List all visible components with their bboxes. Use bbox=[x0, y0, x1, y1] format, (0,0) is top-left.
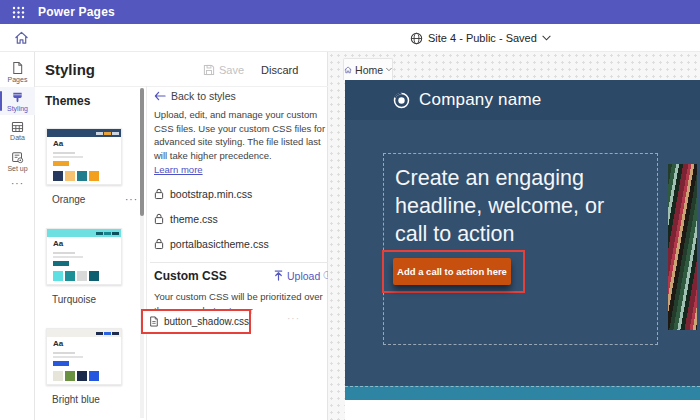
sidebar-item-data[interactable]: Data bbox=[0, 117, 35, 145]
discard-button[interactable]: Discard bbox=[261, 60, 298, 80]
theme-more-button[interactable]: ··· bbox=[125, 194, 138, 205]
theme-thumb-chip bbox=[104, 332, 111, 335]
chevron-down-icon bbox=[386, 67, 392, 72]
chevron-down-icon bbox=[542, 35, 551, 41]
site-brand[interactable]: Company name bbox=[393, 90, 541, 110]
theme-thumb-chip bbox=[104, 132, 111, 135]
hero-pencils-image bbox=[668, 164, 697, 330]
palette-swatch bbox=[53, 271, 63, 281]
data-table-icon bbox=[11, 121, 24, 133]
panel-title: Styling bbox=[45, 61, 95, 78]
back-to-styles-link[interactable]: Back to styles bbox=[154, 90, 236, 102]
themes-section-title: Themes bbox=[45, 94, 90, 108]
site-selector[interactable]: Site 4 - Public - Saved bbox=[410, 24, 551, 52]
theme-card-turquoise[interactable]: Aa bbox=[46, 228, 122, 285]
sidebar-item-setup[interactable]: Set up bbox=[0, 147, 35, 175]
theme-thumb-topbar bbox=[47, 229, 121, 237]
back-link-label: Back to styles bbox=[171, 90, 236, 102]
page-tab-label: Home bbox=[355, 64, 383, 76]
theme-sample-text: Aa bbox=[53, 339, 63, 348]
palette-swatch bbox=[65, 371, 75, 381]
theme-sample-text: Aa bbox=[53, 239, 63, 248]
theme-thumb-chip bbox=[96, 232, 103, 235]
sidebar-item-styling[interactable]: Styling bbox=[0, 87, 35, 115]
theme-card-orange[interactable]: Aa bbox=[46, 128, 122, 185]
learn-more-link[interactable]: Learn more bbox=[154, 164, 203, 175]
site-preview: Company name Create an engaging headline… bbox=[345, 80, 700, 420]
save-icon bbox=[203, 64, 215, 76]
home-button[interactable] bbox=[11, 29, 31, 47]
sub-header-bar: Site 4 - Public - Saved bbox=[0, 24, 700, 52]
theme-thumb-button bbox=[53, 161, 69, 166]
styling-panel: Styling Save Discard Themes Aa bbox=[35, 52, 328, 420]
sidebar-more-button[interactable]: ··· bbox=[0, 178, 35, 189]
custom-css-title: Custom CSS bbox=[154, 269, 227, 283]
discard-button-label: Discard bbox=[261, 64, 298, 76]
custom-css-divider bbox=[150, 262, 328, 263]
save-button[interactable]: Save bbox=[203, 60, 244, 80]
palette-swatch bbox=[65, 171, 75, 181]
palette-swatch bbox=[89, 171, 99, 181]
css-file-name: bootstrap.min.css bbox=[170, 188, 252, 200]
design-canvas: Home Company name Create an engaging bbox=[328, 52, 700, 420]
palette-swatch bbox=[65, 271, 75, 281]
css-file-name: portalbasictheme.css bbox=[170, 238, 269, 250]
company-name: Company name bbox=[419, 90, 541, 110]
upload-button[interactable]: Upload ⓘ bbox=[273, 269, 332, 282]
theme-palette bbox=[53, 271, 99, 281]
palette-swatch bbox=[77, 171, 87, 181]
locked-css-file-row: portalbasictheme.css bbox=[154, 238, 269, 250]
theme-card-bright-blue[interactable]: Aa bbox=[46, 328, 122, 385]
theme-label-row: Bright blue bbox=[46, 392, 138, 406]
lock-icon bbox=[154, 213, 164, 225]
footer-teal-band bbox=[345, 386, 700, 400]
pages-icon bbox=[11, 61, 24, 75]
sidebar-item-label: Set up bbox=[7, 165, 27, 172]
palette-swatch bbox=[77, 371, 87, 381]
themes-scrollbar-thumb[interactable] bbox=[140, 88, 144, 216]
lock-icon bbox=[154, 188, 164, 200]
palette-swatch bbox=[77, 271, 87, 281]
globe-icon bbox=[410, 32, 423, 45]
palette-swatch bbox=[89, 371, 99, 381]
back-arrow-icon bbox=[154, 91, 166, 101]
sidebar-item-label: Styling bbox=[7, 105, 28, 112]
app-top-bar: Power Pages bbox=[0, 0, 700, 24]
home-icon bbox=[344, 65, 352, 75]
page-tab-home[interactable]: Home bbox=[343, 58, 393, 80]
theme-thumb-textline bbox=[53, 152, 75, 154]
sidebar-item-pages[interactable]: Pages bbox=[0, 58, 35, 86]
styling-brush-icon bbox=[11, 91, 24, 104]
setup-icon bbox=[11, 151, 24, 164]
hero-headline[interactable]: Create an engaging headline, welcome, or… bbox=[395, 164, 639, 248]
theme-name: Orange bbox=[46, 194, 85, 205]
theme-thumb-textline bbox=[53, 252, 75, 254]
app-title: Power Pages bbox=[38, 5, 115, 19]
waffle-menu-icon[interactable] bbox=[6, 0, 30, 24]
theme-thumb-button bbox=[53, 261, 69, 266]
save-button-label: Save bbox=[219, 64, 244, 76]
locked-css-file-row: bootstrap.min.css bbox=[154, 188, 252, 200]
theme-name: Turquoise bbox=[46, 294, 96, 305]
locked-css-file-row: theme.css bbox=[154, 213, 218, 225]
palette-swatch bbox=[53, 371, 63, 381]
custom-file-more-button[interactable]: ··· bbox=[287, 313, 300, 324]
site-label: Site 4 - Public - Saved bbox=[428, 32, 537, 44]
theme-thumb-chip bbox=[96, 132, 103, 135]
custom-css-file-name[interactable]: button_shadow.css bbox=[164, 316, 249, 327]
theme-thumb-topbar bbox=[47, 129, 121, 137]
cta-button[interactable]: Add a call to action here bbox=[393, 258, 511, 285]
lock-icon bbox=[154, 238, 164, 250]
theme-thumb-textline bbox=[53, 156, 83, 158]
hero-section: Create an engaging headline, welcome, or… bbox=[345, 120, 700, 386]
theme-thumb-topbar bbox=[47, 329, 121, 337]
theme-name: Bright blue bbox=[46, 394, 100, 405]
theme-thumb-chip bbox=[112, 232, 119, 235]
theme-label-row: Orange ··· bbox=[46, 192, 138, 206]
css-file-name: theme.css bbox=[170, 213, 218, 225]
palette-swatch bbox=[53, 171, 63, 181]
left-nav-rail: Pages Styling Data bbox=[0, 52, 35, 420]
theme-thumb-chip bbox=[112, 132, 119, 135]
company-logo-icon bbox=[393, 92, 410, 109]
custom-css-description: Upload, edit, and manage your custom CSS… bbox=[154, 108, 328, 162]
